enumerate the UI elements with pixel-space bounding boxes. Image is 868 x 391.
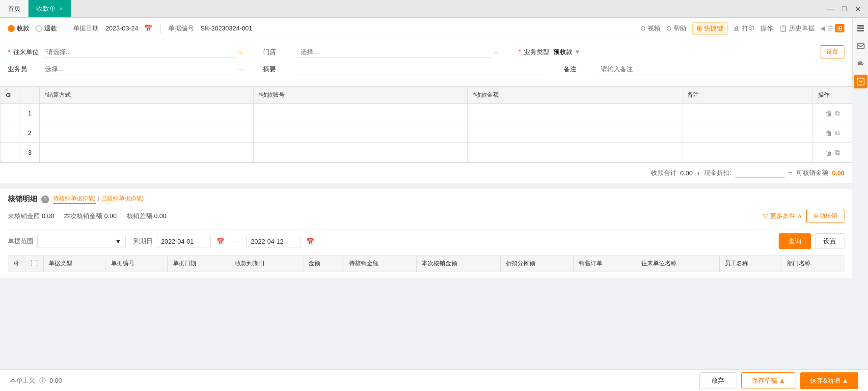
- receivable-value: 0.00: [832, 169, 844, 177]
- row2-settlement[interactable]: [40, 123, 254, 143]
- counterpart-input[interactable]: [43, 46, 236, 58]
- store-input[interactable]: [297, 46, 491, 58]
- range-select[interactable]: ▼: [37, 235, 126, 248]
- bottom-due-date-col: 收款到期日: [230, 255, 303, 272]
- filter-row: 单据范围 ▼ 到期日 📅 — 📅 查询 设置: [8, 229, 844, 253]
- row1-delete-icon[interactable]: 🗑: [825, 110, 832, 117]
- stat-this-time: 本次核销金额 0.00: [64, 212, 116, 221]
- auto-hexiao-btn[interactable]: 自动核销: [806, 209, 844, 223]
- print-icon: 🖨: [733, 25, 740, 32]
- stat-this-time-label: 本次核销金额: [64, 212, 102, 221]
- maximize-button[interactable]: □: [839, 4, 850, 13]
- bottom-table-header: ⚙ 单据类型 单据编号 单据日期 收款到期日 金额 待核销金额 本次核销金额 折…: [8, 255, 844, 272]
- sidebar-clip-icon[interactable]: [854, 57, 868, 71]
- row3-settlement[interactable]: [40, 143, 254, 163]
- tab-receipt-close[interactable]: ×: [59, 5, 63, 12]
- discount-input[interactable]: [735, 168, 785, 178]
- date-calendar-icon[interactable]: 📅: [144, 25, 152, 32]
- close-button[interactable]: ✕: [852, 4, 864, 14]
- row3-copy-icon[interactable]: ⧉: [835, 148, 840, 157]
- stat-this-time-value: 0.00: [104, 212, 116, 220]
- settings-col-header[interactable]: ⚙: [0, 87, 20, 104]
- select-all-checkbox[interactable]: [31, 260, 37, 266]
- footer-right: 放弃 保存草稿 ▲ 保存&新增 ▲: [699, 372, 858, 389]
- row2-amount[interactable]: [468, 123, 682, 143]
- bottom-type-col: 单据类型: [44, 255, 106, 272]
- row3-remark[interactable]: [682, 143, 813, 163]
- remark-input[interactable]: [597, 63, 844, 75]
- history-btn[interactable]: 📋 历史单据: [779, 24, 814, 33]
- operation-btn[interactable]: 操作: [760, 24, 773, 33]
- list-icon[interactable]: ☰: [827, 25, 833, 32]
- print-btn[interactable]: 🖨 打印: [733, 24, 755, 33]
- tab-done-link[interactable]: 已核销单据(0笔): [101, 195, 144, 204]
- footer-info-icon[interactable]: ⓘ: [39, 376, 46, 385]
- row1-account[interactable]: [254, 104, 468, 123]
- form-settings-btn[interactable]: 设置: [820, 45, 844, 58]
- date-from-input[interactable]: [157, 235, 211, 248]
- counterpart-more-btn[interactable]: ···: [238, 48, 244, 56]
- row1-amount[interactable]: [468, 104, 682, 123]
- sidebar-mail-icon[interactable]: [854, 39, 868, 53]
- store-more-btn[interactable]: ···: [493, 48, 499, 56]
- footer: 本单上欠 ⓘ 0.00 放弃 保存草稿 ▲ 保存&新增 ▲: [0, 369, 868, 391]
- bottom-settings-col[interactable]: ⚙: [8, 255, 26, 272]
- row2-delete-icon[interactable]: 🗑: [825, 129, 832, 137]
- bottom-checkbox-col: [26, 255, 44, 272]
- prev-icon[interactable]: ◀: [820, 25, 825, 32]
- sidebar-arrow-box-icon[interactable]: [854, 75, 868, 88]
- sidebar-table-icon[interactable]: [854, 22, 868, 35]
- abandon-btn[interactable]: 放弃: [699, 372, 736, 389]
- tab-receipt[interactable]: 收款单 ×: [28, 0, 71, 17]
- hexiao-info-icon[interactable]: ?: [41, 196, 49, 203]
- date-to-calendar-icon[interactable]: 📅: [306, 238, 314, 245]
- row3-amount[interactable]: [468, 143, 682, 163]
- more-conditions-btn[interactable]: ▽ 更多条件 ∧: [763, 212, 802, 221]
- date-field: 到期日 📅 — 📅: [134, 235, 314, 248]
- draft-dropdown-icon[interactable]: ▲: [779, 377, 786, 384]
- column-settings-icon[interactable]: ⚙: [5, 91, 11, 99]
- tab-receipt-label: 收款单: [36, 4, 55, 13]
- account-col-header: *收款账号: [254, 87, 468, 104]
- toolbar-right-actions: ⊙ 视频 ⊙ 帮助 ⊞ 快捷键 🖨 打印 操作 📋 历史单据 ◀ ☰ ⊞: [640, 22, 844, 35]
- tab-home[interactable]: 首页: [0, 0, 28, 17]
- video-icon: ⊙: [640, 25, 646, 32]
- help-btn[interactable]: ⊙ 帮助: [666, 24, 686, 33]
- settlement-col-header: *结算方式: [40, 87, 254, 104]
- date-from-calendar-icon[interactable]: 📅: [217, 238, 224, 245]
- grid-icon[interactable]: ⊞: [835, 24, 844, 32]
- row3-delete-icon[interactable]: 🗑: [825, 149, 832, 157]
- salesperson-input[interactable]: [41, 63, 236, 75]
- row2-copy-icon[interactable]: ⧉: [835, 129, 840, 137]
- query-btn[interactable]: 查询: [779, 233, 811, 249]
- row2-account[interactable]: [254, 123, 468, 143]
- radio-refund-label: 退款: [44, 24, 57, 33]
- business-type-dropdown[interactable]: ▼: [574, 48, 581, 56]
- minimize-button[interactable]: —: [823, 4, 837, 13]
- row2-remark[interactable]: [682, 123, 813, 143]
- shortcut-btn[interactable]: ⊞ 快捷键: [692, 22, 728, 35]
- row1-settlement[interactable]: [40, 104, 254, 123]
- radio-receipt[interactable]: 收款: [8, 24, 29, 33]
- row3-account[interactable]: [254, 143, 468, 163]
- salesperson-more-btn[interactable]: ···: [238, 65, 244, 73]
- draft-label: 保存草稿: [752, 376, 777, 385]
- video-btn[interactable]: ⊙ 视频: [640, 24, 660, 33]
- radio-refund[interactable]: 退款: [35, 24, 57, 33]
- bottom-amount-col: 金额: [303, 255, 344, 272]
- bottom-settings-btn[interactable]: 设置: [815, 233, 844, 249]
- save-new-btn[interactable]: 保存&新增 ▲: [800, 372, 858, 389]
- row1-remark[interactable]: [682, 104, 813, 123]
- row1-copy-icon[interactable]: ⧉: [835, 109, 840, 117]
- draft-btn[interactable]: 保存草稿 ▲: [741, 372, 796, 389]
- save-dropdown-icon[interactable]: ▲: [842, 377, 848, 384]
- business-type-label: * 业务类型: [518, 48, 549, 56]
- tab-pending-link[interactable]: 待核销单据(0笔): [53, 195, 96, 204]
- remark-col-header: 备注: [682, 87, 813, 104]
- more-conditions-label: 更多条件: [770, 212, 795, 221]
- receipt-table-area: ⚙ *结算方式 *收款账号 *收款金额 备注 操作 1 🗑: [0, 86, 852, 183]
- chevron-up-icon: ∧: [797, 212, 802, 220]
- date-to-input[interactable]: [246, 235, 300, 248]
- bottom-column-settings-icon[interactable]: ⚙: [13, 260, 19, 267]
- summary-input[interactable]: [297, 63, 544, 75]
